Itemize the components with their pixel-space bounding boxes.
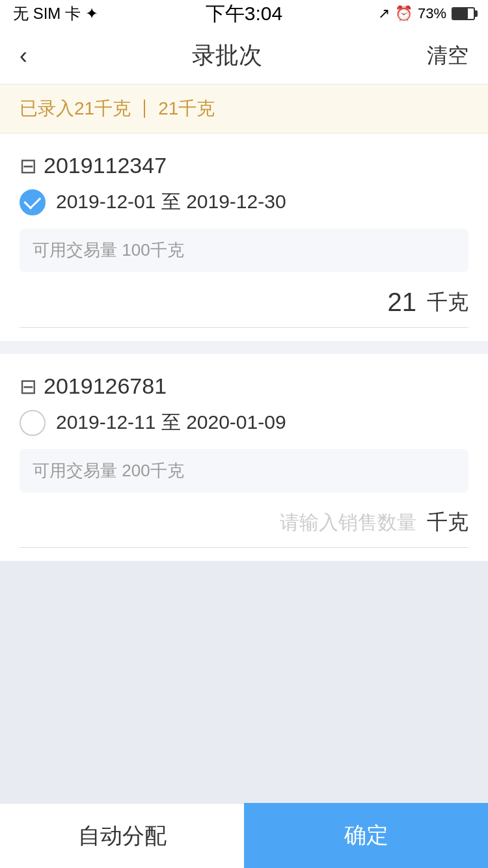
section-divider — [0, 341, 488, 354]
sim-status: 无 SIM 卡 ✦ — [13, 3, 98, 24]
batch1-card: ⊟ 2019112347 2019-12-01 至 2019-12-30 可用交… — [0, 133, 488, 272]
batch1-id: 2019112347 — [44, 153, 167, 178]
clear-button[interactable]: 清空 — [427, 42, 468, 70]
info-divider — [144, 100, 145, 118]
confirm-button[interactable]: 确定 — [244, 803, 488, 868]
batch2-icon: ⊟ — [20, 374, 37, 399]
battery-icon — [452, 7, 475, 20]
status-left: 无 SIM 卡 ✦ — [13, 3, 98, 24]
info-banner: 已录入21千克 21千克 — [0, 85, 488, 133]
batch2-radio[interactable] — [20, 410, 46, 436]
batch1-radio[interactable] — [20, 189, 46, 215]
batch1-available: 可用交易量 100千克 — [20, 228, 468, 272]
batch2-date: 2019-12-11 至 2020-01-09 — [56, 409, 286, 436]
status-right: ↗ ⏰ 73% — [378, 5, 475, 22]
alarm-icon: ⏰ — [395, 5, 413, 22]
batch1-id-row: ⊟ 2019112347 — [20, 153, 468, 178]
status-bar: 无 SIM 卡 ✦ 下午3:04 ↗ ⏰ 73% — [0, 0, 488, 27]
batch2-card: ⊟ 2019126781 2019-12-11 至 2020-01-09 可用交… — [0, 354, 488, 561]
batch2-available: 可用交易量 200千克 — [20, 449, 468, 493]
status-time: 下午3:04 — [206, 1, 282, 27]
batch2-unit: 千克 — [427, 508, 468, 537]
auto-distribute-button[interactable]: 自动分配 — [0, 803, 244, 868]
gray-area — [0, 561, 488, 808]
recorded-amount: 已录入21千克 — [20, 96, 131, 121]
batch1-icon: ⊟ — [20, 154, 37, 178]
batch1-quantity-row: 千克 — [0, 272, 488, 317]
batch1-unit: 千克 — [427, 288, 468, 317]
batch1-quantity-input[interactable] — [364, 288, 416, 317]
batch1-date: 2019-12-01 至 2019-12-30 — [56, 189, 286, 215]
bottom-bar: 自动分配 确定 — [0, 803, 488, 868]
battery-text: 73% — [418, 5, 446, 22]
amount-value: 21千克 — [158, 96, 215, 121]
batch2-input-row: 请输入销售数量 千克 — [0, 493, 488, 537]
nav-bar: ‹ 录批次 清空 — [0, 27, 488, 85]
batch2-input-placeholder: 请输入销售数量 — [20, 509, 416, 536]
back-button[interactable]: ‹ — [20, 42, 27, 70]
page-title: 录批次 — [192, 40, 262, 72]
batch1-date-row[interactable]: 2019-12-01 至 2019-12-30 — [20, 189, 468, 215]
batch2-id-row: ⊟ 2019126781 — [20, 373, 468, 399]
batch2-date-row[interactable]: 2019-12-11 至 2020-01-09 — [20, 409, 468, 436]
batch2-id: 2019126781 — [44, 373, 167, 399]
batch2-available-text: 可用交易量 200千克 — [33, 461, 184, 480]
location-icon: ↗ — [378, 5, 390, 22]
batch1-available-text: 可用交易量 100千克 — [33, 240, 184, 260]
